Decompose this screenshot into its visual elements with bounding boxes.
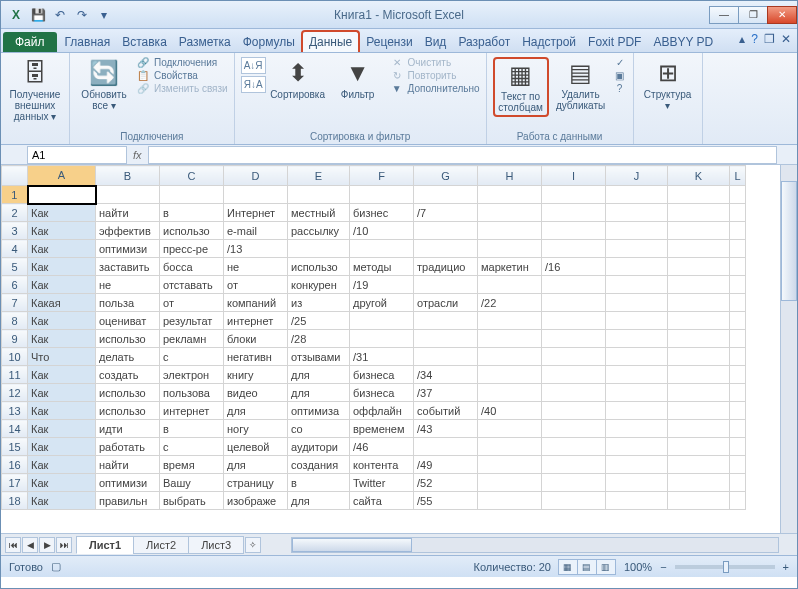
cell[interactable]: /43 [414, 420, 478, 438]
cell[interactable]: /40 [478, 402, 542, 420]
cell[interactable]: с [160, 438, 224, 456]
cell[interactable] [96, 186, 160, 204]
cell[interactable] [542, 276, 606, 294]
cell[interactable] [606, 402, 668, 420]
cell[interactable]: видео [224, 384, 288, 402]
cell[interactable]: оптимиза [288, 402, 350, 420]
row-header[interactable]: 8 [2, 312, 28, 330]
cell[interactable]: Как [28, 276, 96, 294]
cell[interactable]: /52 [414, 474, 478, 492]
cell[interactable]: блоки [224, 330, 288, 348]
cell[interactable] [478, 330, 542, 348]
cell[interactable] [730, 492, 746, 510]
cell[interactable] [478, 348, 542, 366]
cell[interactable] [288, 186, 350, 204]
cell[interactable]: Как [28, 240, 96, 258]
remove-duplicates-button[interactable]: ▤ Удалить дубликаты [553, 57, 609, 113]
cell[interactable] [730, 420, 746, 438]
cell[interactable] [668, 366, 730, 384]
cell[interactable] [730, 348, 746, 366]
cell[interactable]: интернет [224, 312, 288, 330]
cell[interactable]: местный [288, 204, 350, 222]
cell[interactable] [668, 420, 730, 438]
cell[interactable] [288, 240, 350, 258]
row-header[interactable]: 7 [2, 294, 28, 312]
cell[interactable] [668, 312, 730, 330]
text-to-columns-button[interactable]: ▦ Текст по столбцам [493, 57, 549, 117]
cell[interactable] [478, 456, 542, 474]
cell[interactable] [730, 438, 746, 456]
cell[interactable]: Какая [28, 294, 96, 312]
cell[interactable] [730, 384, 746, 402]
cell[interactable]: использо [160, 222, 224, 240]
cell[interactable]: другой [350, 294, 414, 312]
view-layout-button[interactable]: ▤ [577, 559, 597, 575]
row-header[interactable]: 4 [2, 240, 28, 258]
cell[interactable] [730, 258, 746, 276]
fx-icon[interactable]: fx [133, 149, 142, 161]
name-box[interactable] [27, 146, 127, 164]
properties-button[interactable]: 📋Свойства [136, 70, 228, 81]
qat-dropdown-icon[interactable]: ▾ [95, 6, 113, 24]
cell[interactable]: /10 [350, 222, 414, 240]
cell[interactable]: оффлайн [350, 402, 414, 420]
zoom-in-button[interactable]: + [783, 561, 789, 573]
cell[interactable]: /16 [542, 258, 606, 276]
get-external-data-button[interactable]: 🗄 Получение внешних данных ▾ [7, 57, 63, 124]
zoom-slider[interactable] [675, 565, 775, 569]
cell[interactable] [542, 438, 606, 456]
cell[interactable]: из [288, 294, 350, 312]
cell[interactable]: отзывами [288, 348, 350, 366]
cell[interactable]: для [288, 492, 350, 510]
cell[interactable] [478, 240, 542, 258]
cell[interactable]: правильн [96, 492, 160, 510]
row-header[interactable]: 3 [2, 222, 28, 240]
horizontal-scrollbar[interactable] [291, 537, 779, 553]
row-header[interactable]: 13 [2, 402, 28, 420]
advanced-filter-button[interactable]: ▼Дополнительно [390, 83, 480, 94]
help-icon[interactable]: ? [751, 32, 758, 46]
cell[interactable] [668, 402, 730, 420]
cell[interactable] [606, 186, 668, 204]
cell[interactable] [606, 456, 668, 474]
hscroll-thumb[interactable] [292, 538, 412, 552]
cell[interactable] [606, 420, 668, 438]
spreadsheet-grid[interactable]: ABCDEFGHIJKL 12КакнайтивИнтернетместныйб… [1, 165, 746, 510]
cell[interactable] [668, 258, 730, 276]
select-all-corner[interactable] [2, 166, 28, 186]
cell[interactable]: Как [28, 312, 96, 330]
cell[interactable]: найти [96, 456, 160, 474]
cell[interactable]: /7 [414, 204, 478, 222]
row-header[interactable]: 2 [2, 204, 28, 222]
cell[interactable]: Как [28, 456, 96, 474]
cell[interactable]: /37 [414, 384, 478, 402]
col-header-B[interactable]: B [96, 166, 160, 186]
filter-button[interactable]: ▼ Фильтр [330, 57, 386, 102]
cell[interactable] [414, 240, 478, 258]
cell[interactable]: Вашу [160, 474, 224, 492]
tab-надстрой[interactable]: Надстрой [516, 32, 582, 52]
cell[interactable] [414, 348, 478, 366]
cell[interactable]: Как [28, 402, 96, 420]
cell[interactable]: /28 [288, 330, 350, 348]
cell[interactable]: /55 [414, 492, 478, 510]
minimize-button[interactable]: — [709, 6, 739, 24]
cell[interactable]: отрасли [414, 294, 478, 312]
row-header[interactable]: 11 [2, 366, 28, 384]
cell[interactable] [542, 204, 606, 222]
vertical-scrollbar[interactable] [780, 165, 797, 533]
cell[interactable] [542, 294, 606, 312]
sort-desc-button[interactable]: Я↓А [241, 76, 266, 93]
cell[interactable] [478, 186, 542, 204]
col-header-A[interactable]: A [28, 166, 96, 186]
cell[interactable] [350, 186, 414, 204]
row-header[interactable]: 6 [2, 276, 28, 294]
cell[interactable] [478, 276, 542, 294]
cell[interactable] [350, 330, 414, 348]
cell[interactable]: /31 [350, 348, 414, 366]
cell[interactable]: использо [96, 402, 160, 420]
clear-filter-button[interactable]: ✕Очистить [390, 57, 480, 68]
cell[interactable] [414, 330, 478, 348]
cell[interactable] [414, 276, 478, 294]
cell[interactable] [478, 474, 542, 492]
